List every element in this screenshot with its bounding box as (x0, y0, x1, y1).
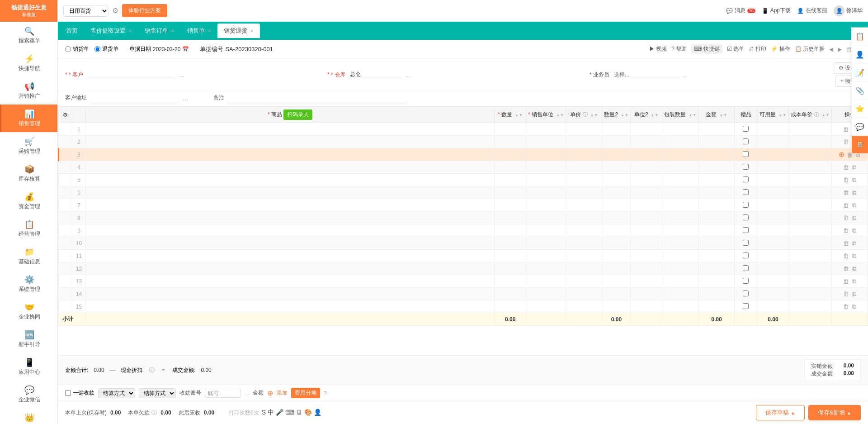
gift-checkbox-15[interactable] (743, 303, 749, 309)
row-unit2-7[interactable] (631, 199, 662, 212)
keyboard-icon[interactable]: ⌨ (285, 409, 294, 417)
row-unit2-10[interactable] (631, 237, 662, 250)
row-unit-4[interactable] (526, 161, 566, 174)
delete-row-btn-2[interactable]: 🗑 (843, 138, 849, 145)
save-new-button[interactable]: 保存&新增 ▲ (808, 405, 861, 420)
row-qty2-13[interactable] (602, 275, 631, 288)
delete-row-btn-1[interactable]: 🗑 (843, 126, 849, 133)
row-costprice-12[interactable] (789, 262, 832, 275)
copy-row-btn-8[interactable]: ⧉ (852, 214, 856, 222)
customer-dots[interactable]: ... (179, 71, 184, 78)
gift-checkbox-11[interactable] (743, 252, 749, 258)
delete-row-btn-12[interactable]: 🗑 (843, 265, 849, 272)
copy-row-btn-7[interactable]: ⧉ (852, 202, 856, 209)
row-qty-12[interactable] (495, 262, 526, 275)
gift-checkbox-12[interactable] (743, 265, 749, 271)
online-service-item[interactable]: 👤 在线客服 (797, 7, 827, 14)
delete-row-btn-8[interactable]: 🗑 (843, 214, 849, 221)
qty-sort[interactable]: ▲▼ (515, 113, 523, 117)
right-icon-customer[interactable]: 👤 (852, 46, 868, 64)
row-product-8[interactable] (86, 212, 495, 224)
row-packqty-13[interactable] (662, 275, 698, 288)
row-product-4[interactable] (86, 161, 495, 174)
add-icon[interactable]: ⊕ (267, 389, 273, 397)
tab-price-extract[interactable]: 售价提取设置 ✕ (84, 24, 138, 38)
row-costprice-8[interactable] (789, 212, 832, 224)
gift-checkbox-2[interactable] (743, 138, 749, 144)
staff-input[interactable] (612, 71, 680, 79)
row-unit2-4[interactable] (631, 161, 662, 174)
row-qty-6[interactable] (495, 186, 526, 199)
row-qty-13[interactable] (495, 275, 526, 288)
copy-row-btn-15[interactable]: ⧉ (852, 303, 856, 310)
row-avail-9[interactable] (757, 224, 789, 237)
row-qty-8[interactable] (495, 212, 526, 224)
copy-row-btn-14[interactable]: ⧉ (852, 291, 856, 298)
row-product-11[interactable] (86, 250, 495, 262)
right-icon-attach[interactable]: 📎 (852, 82, 868, 100)
row-amount-1[interactable] (698, 123, 735, 136)
row-amount-15[interactable] (698, 300, 735, 313)
delete-row-btn-11[interactable]: 🗑 (843, 252, 849, 259)
sidebar-item-newguide[interactable]: 🆕 新手引导 (0, 325, 57, 353)
message-item[interactable]: 💬 消息 70 (726, 7, 755, 14)
row-packqty-10[interactable] (662, 237, 698, 250)
row-price-7[interactable] (566, 199, 602, 212)
right-icon-doc[interactable]: 📋 (852, 28, 868, 46)
row-amount-5[interactable] (698, 174, 735, 186)
row-packqty-4[interactable] (662, 161, 698, 174)
row-avail-14[interactable] (757, 288, 789, 300)
row-qty-5[interactable] (495, 174, 526, 186)
row-qty2-2[interactable] (602, 136, 631, 148)
address-input[interactable] (90, 94, 180, 102)
row-gift-12[interactable] (735, 262, 757, 275)
copy-row-btn-11[interactable]: ⧉ (852, 252, 856, 260)
sidebar-item-marketing[interactable]: 📢 营销推广 (0, 77, 57, 105)
row-packqty-7[interactable] (662, 199, 698, 212)
radio-sales[interactable]: 销货单 (65, 45, 89, 53)
one-click-checkbox[interactable] (65, 390, 71, 396)
row-product-10[interactable] (86, 237, 495, 250)
save-draft-button[interactable]: 保存草稿 ▲ (756, 405, 805, 420)
row-qty-2[interactable] (495, 136, 526, 148)
row-price-6[interactable] (566, 186, 602, 199)
row-qty2-1[interactable] (602, 123, 631, 136)
row-packqty-5[interactable] (662, 174, 698, 186)
mic-icon[interactable]: 🎤 (276, 409, 283, 417)
row-avail-5[interactable] (757, 174, 789, 186)
row-qty2-14[interactable] (602, 288, 631, 300)
row-gift-1[interactable] (735, 123, 757, 136)
warehouse-dots[interactable]: ... (405, 71, 410, 78)
row-costprice-15[interactable] (789, 300, 832, 313)
row-product-14[interactable] (86, 288, 495, 300)
row-unit2-12[interactable] (631, 262, 662, 275)
row-qty-14[interactable] (495, 288, 526, 300)
gift-checkbox-10[interactable] (743, 240, 749, 246)
row-unit-6[interactable] (526, 186, 566, 199)
tab-close-sales-order[interactable]: ✕ (171, 29, 175, 33)
row-gift-2[interactable] (735, 136, 757, 148)
row-costprice-13[interactable] (789, 275, 832, 288)
row-costprice-3[interactable] (789, 148, 832, 161)
warehouse-input[interactable] (348, 71, 402, 79)
row-unit2-13[interactable] (631, 275, 662, 288)
tab-close-sales[interactable]: ✕ (208, 29, 211, 33)
row-product-3[interactable] (86, 148, 495, 161)
row-price-9[interactable] (566, 224, 602, 237)
row-unit-3[interactable] (526, 148, 566, 161)
row-gift-5[interactable] (735, 174, 757, 186)
row-qty2-7[interactable] (602, 199, 631, 212)
sidebar-item-operations[interactable]: 📋 经营管理 (0, 215, 57, 243)
row-gift-7[interactable] (735, 199, 757, 212)
product-input-3[interactable] (88, 151, 492, 158)
row-amount-11[interactable] (698, 250, 735, 262)
user-item[interactable]: 👤 徐泽华 (834, 5, 863, 16)
row-unit2-9[interactable] (631, 224, 662, 237)
tab-close-sales-return[interactable]: ✕ (250, 29, 254, 33)
row-amount-8[interactable] (698, 212, 735, 224)
row-avail-2[interactable] (757, 136, 789, 148)
row-unit-2[interactable] (526, 136, 566, 148)
row-qty2-12[interactable] (602, 262, 631, 275)
row-gift-3[interactable] (735, 148, 757, 161)
radio-return-input[interactable] (94, 46, 100, 52)
